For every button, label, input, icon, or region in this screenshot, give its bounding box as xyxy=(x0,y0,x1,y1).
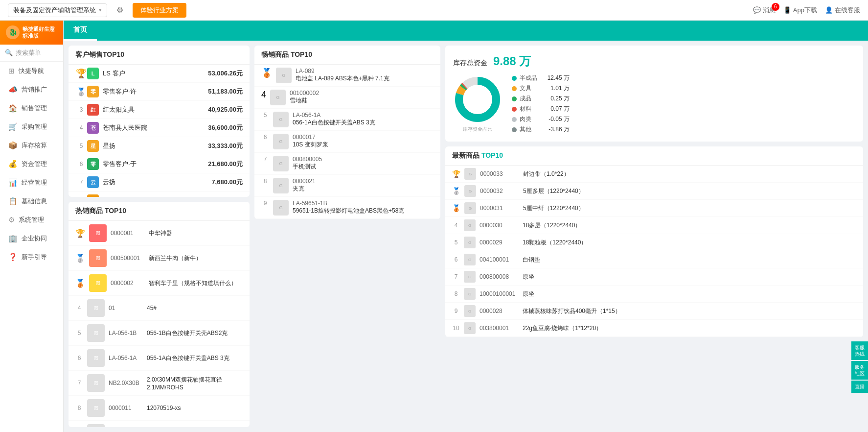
hot-product-row: 4 图 01 45# xyxy=(69,296,250,321)
medal-icon: 🥈 xyxy=(452,187,460,195)
sidebar-item-label: 采购管理 xyxy=(22,122,47,131)
product-code: 000500001 xyxy=(111,255,145,262)
customer-amount: 53,006.26元 xyxy=(208,69,243,78)
new-products-list: 🏆 G 0000033 封边带（1.0*22） 🥈 G 0000032 5厘多层… xyxy=(445,166,863,337)
search-icon: 🔍 xyxy=(5,49,13,56)
cs-community-btn[interactable]: 服务社区 xyxy=(851,361,868,380)
product-img: 图 xyxy=(89,249,107,267)
inventory-icon: 📦 xyxy=(8,141,18,150)
medal-icon: 🏆 xyxy=(75,229,85,238)
legend-value: 12.45 万 xyxy=(540,74,570,82)
legend-value: 1.01 万 xyxy=(540,84,570,93)
customer-ranking-title: 客户销售TOP10 xyxy=(69,46,250,65)
main-content: 客户销售TOP10 🏆 L LS 客户 53,006.26元 🥈 零 零售客户·… xyxy=(64,41,868,432)
cs-live-btn[interactable]: 直播 xyxy=(851,381,868,393)
medal-icon: 🥉 xyxy=(452,204,460,212)
bestseller-row: 7 G 000800005 手机测试 xyxy=(254,153,440,175)
system-selector[interactable]: 装备及固定资产辅助管理系统 ▾ xyxy=(8,3,107,17)
brand-text: 畅捷通好生意 标准版 xyxy=(23,25,55,40)
sidebar-item-guide[interactable]: ❓ 新手引导 xyxy=(0,248,63,266)
rank-number: 6 xyxy=(75,161,87,168)
sidebar-item-marketing[interactable]: 📣 营销推广 xyxy=(0,80,63,99)
sidebar-item-enterprise[interactable]: 🏢 企业协同 xyxy=(0,229,63,248)
new-product-row: 5 G 0000029 18颗粒板（1220*2440） xyxy=(445,234,863,251)
sidebar-search[interactable]: 🔍 搜索菜单 xyxy=(0,45,63,62)
product-name: 原坐 xyxy=(523,290,534,298)
product-img: G xyxy=(464,271,476,283)
product-info: 001000002 雪地鞋 xyxy=(290,90,434,105)
product-code: 0000033 xyxy=(480,170,519,177)
customer-amount: 40,925.00元 xyxy=(208,105,243,114)
inventory-title: 库存总资金 xyxy=(453,59,487,67)
product-img: 图 xyxy=(89,274,107,292)
legend-value: -0.05 万 xyxy=(540,115,570,123)
rank-number: 6 xyxy=(75,355,83,361)
product-img: G xyxy=(273,178,289,193)
customer-amount: 21,680.00元 xyxy=(208,160,243,168)
right-panel: 库存总资金 9.88 万 xyxy=(445,46,863,427)
product-img: G xyxy=(464,168,476,180)
legend-dot xyxy=(512,117,517,122)
sidebar-item-basic-info[interactable]: 📋 基础信息 xyxy=(0,192,63,211)
product-name: 夹克 xyxy=(293,185,434,193)
bestseller-row: 9 G LA-59651-1B 59651-1B旋转投影灯电池盒ABS黑色+58… xyxy=(254,197,440,219)
product-img: 图 xyxy=(87,374,105,392)
guide-icon: ❓ xyxy=(8,253,18,262)
notification-button[interactable]: 💬 消息 6 xyxy=(753,6,776,15)
rank-number: 8 xyxy=(261,178,269,185)
online-service-button[interactable]: 👤 在线客服 xyxy=(825,6,860,15)
sidebar-item-finance[interactable]: 💰 资金管理 xyxy=(0,155,63,173)
rank-number: 8 xyxy=(75,405,83,411)
online-service-label: 在线客服 xyxy=(835,6,860,15)
sidebar-item-purchase[interactable]: 🛒 采购管理 xyxy=(0,118,63,136)
system-name: 装备及固定资产辅助管理系统 xyxy=(13,6,96,15)
app-download-button[interactable]: 📱 App下载 xyxy=(783,6,817,15)
cs-hotline-btn[interactable]: 客服热线 xyxy=(851,341,868,360)
product-code: LA-056-1B xyxy=(109,330,143,336)
mid-panel: 畅销商品 TOP10 🥉 G LA-089 电池盖 LA-089 ABS本色+黑… xyxy=(254,46,440,427)
new-product-row: 9 G 0000028 体械蒸核味苏打饮品400毫升（1*15） xyxy=(445,303,863,320)
product-name: 5厘多层（1220*2440） xyxy=(523,187,584,195)
product-code: 004100001 xyxy=(480,256,519,263)
product-name: 电池盖 LA-089 ABS本色+黑种 7.1克 xyxy=(296,74,434,83)
product-name: 原坐 xyxy=(523,273,534,281)
customer-name: 红太阳文具 xyxy=(99,105,208,114)
customer-amount: 51,183.00元 xyxy=(208,87,243,96)
new-products-title: 最新商品 TOP10 xyxy=(445,146,863,166)
product-img: 图 xyxy=(87,399,105,417)
sidebar-item-operations[interactable]: 📊 经营管理 xyxy=(0,173,63,192)
rank-badge: 零 xyxy=(87,158,99,170)
inventory-chart: 库存资金占比 半成品 12.45 万 文具 1.01 万 成品 0.25 万 材… xyxy=(453,74,855,134)
product-name: 056-1A白色按键开关盖ABS 3克 xyxy=(293,119,434,127)
customer-row: 7 云 云扬 7,680.00元 xyxy=(69,173,250,192)
rank-number: 5 xyxy=(75,143,87,149)
header-left: 装备及固定资产辅助管理系统 ▾ ⚙ 体验行业方案 xyxy=(8,3,186,18)
product-info: LA-089 电池盖 LA-089 ABS本色+黑种 7.1克 xyxy=(296,68,434,83)
settings-icon[interactable]: ⚙ xyxy=(113,3,127,17)
product-name: 5厘中纤（1220*2440） xyxy=(523,204,584,213)
product-name: 2.0X30MM双摆花轴摆花直径2.1MM/ROHS xyxy=(147,376,243,391)
new-product-row: 🥈 G 0000032 5厘多层（1220*2440） xyxy=(445,183,863,200)
product-info: 000800005 手机测试 xyxy=(293,156,434,171)
product-info: 0000017 10S 变刺罗浆 xyxy=(293,134,434,149)
sidebar-item-quick-nav[interactable]: ⊞ 快捷导航 xyxy=(0,62,63,80)
tab-home[interactable]: 首页 xyxy=(64,21,97,41)
legend-item: 肉类 -0.05 万 xyxy=(512,115,570,123)
new-product-row: 🏆 G 0000033 封边带（1.0*22） xyxy=(445,166,863,183)
cs-float: 客服热线 服务社区 直播 xyxy=(851,341,868,393)
experience-button[interactable]: 体验行业方案 xyxy=(133,3,186,18)
sidebar-item-inventory[interactable]: 📦 库存核算 xyxy=(0,136,63,155)
sidebar-item-sales[interactable]: 🏠 销售管理 xyxy=(0,99,63,118)
legend-value: 0.07 万 xyxy=(540,105,570,113)
rank-number: 5 xyxy=(75,330,83,336)
rank-number: 5 xyxy=(261,112,269,119)
rank-number: 10 xyxy=(452,325,460,332)
product-code: 003800001 xyxy=(480,325,519,332)
product-code: NB2.0X30B xyxy=(109,380,143,386)
left-panel: 客户销售TOP10 🏆 L LS 客户 53,006.26元 🥈 零 零售客户·… xyxy=(69,46,250,427)
rank-number: 7 xyxy=(261,156,269,163)
hot-product-row: 8 图 0000011 12070519-xs xyxy=(69,396,250,421)
sidebar-item-system[interactable]: ⚙ 系统管理 xyxy=(0,211,63,229)
nav-tabs: 首页 xyxy=(64,21,868,41)
product-code: 0000002 xyxy=(111,280,145,287)
